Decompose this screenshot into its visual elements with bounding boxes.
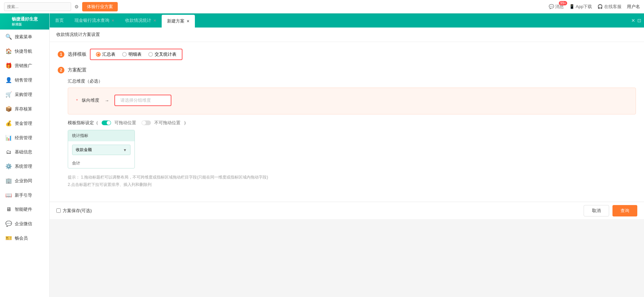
sidebar-label-basic: 基础信息 <box>15 149 32 155</box>
dimension-select[interactable]: 请选择分组维度 <box>114 95 171 106</box>
chart-icon: 📊 <box>5 135 12 141</box>
tab-bank-flow[interactable]: 现金银行流水查询 ✕ <box>69 13 120 28</box>
sidebar-item-search[interactable]: 🔍 搜索菜单 <box>0 30 49 44</box>
step1-label: 选择模板 <box>68 51 87 57</box>
dimension-placeholder: 请选择分组维度 <box>120 98 151 103</box>
download-btn[interactable]: 📱 App下载 <box>569 4 592 10</box>
radio-summary-label: 汇总表 <box>102 51 115 57</box>
sidebar-item-quick-nav[interactable]: 🏠 快捷导航 <box>0 44 49 58</box>
dim-arrow: → <box>105 98 109 103</box>
gear-icon: ⚙️ <box>5 163 12 169</box>
sidebar-item-system[interactable]: ⚙️ 系统管理 <box>0 159 49 174</box>
home-icon: 🏠 <box>5 48 12 54</box>
step2-title: 2 方案配置 <box>58 67 636 73</box>
tab-bank-flow-close[interactable]: ✕ <box>111 18 114 23</box>
radio-cross[interactable]: 交叉统计表 <box>148 51 176 57</box>
bottom-actions: 取消 查询 <box>584 205 637 216</box>
tab-collection-stat[interactable]: 收款情况统计 ✕ <box>120 13 162 28</box>
indicator-toggle-row: 模板指标设定（ 可拖动位置 不可拖动位置 ） <box>68 120 636 126</box>
sidebar-label-member: 畅会员 <box>15 235 28 241</box>
metric-cell[interactable]: 收款金额 ▼ <box>72 145 130 155</box>
metric-cell-wrapper: 收款金额 ▼ <box>68 141 135 158</box>
sidebar-item-wechat[interactable]: 💬 企业微信 <box>0 216 49 231</box>
box-icon: 📦 <box>5 106 12 112</box>
metric-dropdown-icon[interactable]: ▼ <box>123 148 127 152</box>
sidebar: 畅捷通好生意 标准版 🔍 搜索菜单 🏠 快捷导航 🎁 营销推广 👤 销售管理 🛒… <box>0 13 50 297</box>
toggle-non-draggable[interactable] <box>142 120 151 125</box>
bottom-bar: 方案保存(可选) 取消 查询 <box>50 202 644 219</box>
step2-label: 方案配置 <box>68 67 87 73</box>
required-star: * <box>76 98 78 103</box>
monitor-icon: 🖥 <box>5 206 12 212</box>
save-checkbox[interactable] <box>56 208 61 213</box>
service-btn[interactable]: 🎧 在线客服 <box>597 4 622 10</box>
tips-line2: 2.点击标题栏下拉可设置排序、插入列和删除列 <box>68 181 636 189</box>
tab-collection-stat-close[interactable]: ✕ <box>153 18 156 23</box>
page-area: 收款情况统计方案设置 1 选择模板 汇总 <box>50 28 644 297</box>
logo-sub: 标准版 <box>12 22 38 27</box>
dim-name-label: 纵向维度 <box>82 97 99 103</box>
indicator-container: 模板指标设定（ 可拖动位置 不可拖动位置 ） 统计指标 收款金额 <box>68 120 636 168</box>
sidebar-label-inventory: 库存核算 <box>15 106 32 112</box>
step1-num: 1 <box>58 51 64 58</box>
sidebar-label-purchase: 采购管理 <box>15 92 32 98</box>
sidebar-item-finance[interactable]: 💰 资金管理 <box>0 116 49 131</box>
sidebar-label-management: 经营管理 <box>15 135 32 141</box>
app-layout: 畅捷通好生意 标准版 🔍 搜索菜单 🏠 快捷导航 🎁 营销推广 👤 销售管理 🛒… <box>0 13 644 297</box>
sidebar-label-corp: 企业协同 <box>15 178 32 184</box>
tab-new-plan-close[interactable]: ✕ <box>186 19 190 23</box>
stat-header: 统计指标 <box>68 130 135 141</box>
tab-bank-flow-label: 现金银行流水查询 <box>74 17 109 23</box>
tab-collection-stat-label: 收款情况统计 <box>125 17 151 23</box>
sidebar-item-corp[interactable]: 🏢 企业协同 <box>0 174 49 188</box>
top-bar-icons: 💬 消息 99+ 📱 App下载 🎧 在线客服 用户名 <box>549 4 640 10</box>
tab-home[interactable]: 首页 <box>50 13 69 28</box>
sidebar-item-inventory[interactable]: 📦 库存核算 <box>0 102 49 116</box>
toggle-draggable-label: 可拖动位置 <box>114 120 136 126</box>
logo-text: 畅捷通好生意 <box>12 16 38 22</box>
sidebar-item-purchase[interactable]: 🛒 采购管理 <box>0 87 49 102</box>
radio-summary[interactable]: 汇总表 <box>96 51 115 57</box>
step2-section: 2 方案配置 汇总维度（必选） * 纵向维度 → <box>58 67 636 188</box>
step1-title: 1 选择模板 汇总表 明细表 <box>58 49 636 60</box>
tab-expand-btn[interactable]: ⊡ <box>637 18 641 23</box>
search-menu-icon: 🔍 <box>5 34 12 40</box>
sidebar-item-marketing[interactable]: 🎁 营销推广 <box>0 58 49 73</box>
money-icon: 💰 <box>5 120 12 127</box>
settings-icon[interactable]: ⚙ <box>74 4 79 9</box>
toggle-draggable[interactable] <box>102 120 111 125</box>
toggle-non-draggable-label: 不可拖动位置 <box>154 120 180 126</box>
sidebar-item-member[interactable]: 🎫 畅会员 <box>0 231 49 245</box>
page-header-title: 收款情况统计方案设置 <box>56 32 100 37</box>
template-box: 汇总表 明细表 交叉统计表 <box>90 49 182 60</box>
building-icon: 🏢 <box>5 178 12 184</box>
save-label: 方案保存(可选) <box>63 208 92 214</box>
sidebar-item-management[interactable]: 📊 经营管理 <box>0 131 49 145</box>
step2-num: 2 <box>58 67 64 73</box>
sidebar-item-hardware[interactable]: 🖥 智能硬件 <box>0 202 49 216</box>
cancel-button[interactable]: 取消 <box>584 205 609 216</box>
folder-icon: 🗂 <box>5 149 12 155</box>
sidebar-item-sales[interactable]: 👤 销售管理 <box>0 73 49 87</box>
cart-icon: 🛒 <box>5 91 12 98</box>
user-name: 用户名 <box>627 4 640 10</box>
industry-btn[interactable]: 体验行业方案 <box>82 2 118 11</box>
page-header: 收款情况统计方案设置 <box>50 28 644 42</box>
search-input[interactable] <box>4 2 71 11</box>
sidebar-label-marketing: 营销推广 <box>15 63 32 69</box>
main-content: 首页 现金银行流水查询 ✕ 收款情况统计 ✕ 新建方案 ✕ ✕ ⊡ 收款情况统计… <box>50 13 644 297</box>
dimension-title: 汇总维度（必选） <box>68 78 636 84</box>
form-card: 1 选择模板 汇总表 明细表 <box>50 42 644 202</box>
query-button[interactable]: 查询 <box>612 205 637 216</box>
radio-detail[interactable]: 明细表 <box>122 51 142 57</box>
ticket-icon: 🎫 <box>5 235 12 241</box>
sidebar-item-basic[interactable]: 🗂 基础信息 <box>0 145 49 159</box>
sidebar-item-guide[interactable]: 📖 新手引导 <box>0 188 49 202</box>
tab-close-all-btn[interactable]: ✕ <box>631 18 635 23</box>
step1-section: 1 选择模板 汇总表 明细表 <box>58 49 636 60</box>
message-btn[interactable]: 💬 消息 99+ <box>549 4 564 10</box>
tab-new-plan[interactable]: 新建方案 ✕ <box>162 15 195 28</box>
tips-section: 提示： 1.拖动标题栏可以调整布局，不可跨维度或指标区域拖动栏目字段(只能在同一… <box>68 174 636 188</box>
sidebar-label-search: 搜索菜单 <box>15 34 32 40</box>
tab-new-plan-label: 新建方案 <box>167 18 184 24</box>
